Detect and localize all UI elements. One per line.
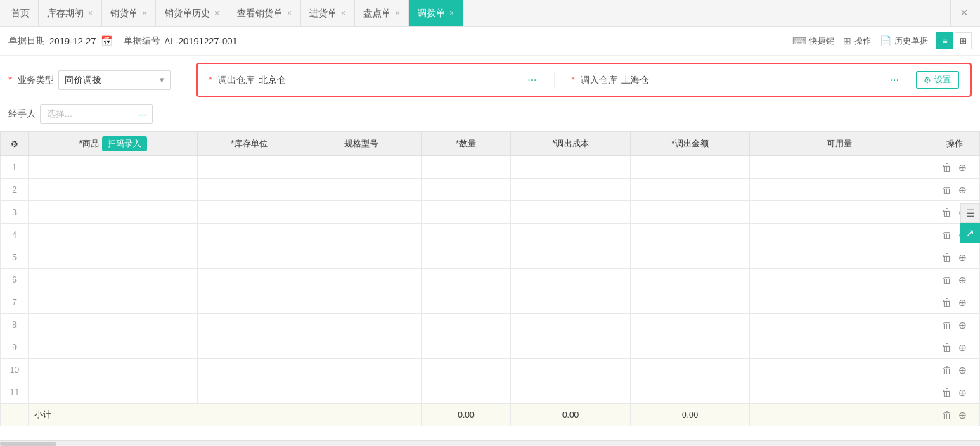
tab-home[interactable]: 首页 (3, 0, 39, 26)
tab-close-inventory-check[interactable]: × (395, 8, 400, 18)
row-avail[interactable] (750, 224, 929, 246)
row-product[interactable] (29, 269, 198, 291)
row-product[interactable] (29, 336, 198, 359)
subtotal-delete-icon[interactable]: 🗑 (942, 409, 952, 421)
row-spec[interactable] (302, 381, 421, 404)
scan-entry-button[interactable]: 扫码录入 (102, 136, 147, 151)
window-close-button[interactable]: × (950, 0, 977, 27)
row-copy-icon[interactable]: ⊕ (958, 297, 967, 308)
row-amount[interactable] (631, 359, 750, 381)
row-cost[interactable] (511, 156, 631, 179)
row-avail[interactable] (750, 179, 929, 201)
col-header-gear[interactable]: ⚙ (1, 132, 29, 156)
row-product[interactable] (29, 224, 198, 246)
operator-select[interactable]: 选择... ··· (40, 104, 153, 124)
warehouse-out-more-icon[interactable]: ··· (527, 74, 536, 87)
row-amount[interactable] (631, 201, 750, 224)
row-delete-icon[interactable]: 🗑 (942, 252, 952, 263)
row-cost[interactable] (511, 314, 631, 336)
row-copy-icon[interactable]: ⊕ (958, 319, 967, 331)
row-product[interactable] (29, 291, 198, 314)
list-view-button[interactable]: ≡ (936, 32, 953, 49)
row-unit[interactable] (198, 291, 302, 314)
row-avail[interactable] (750, 269, 929, 291)
row-cost[interactable] (511, 246, 631, 269)
row-avail[interactable] (750, 246, 929, 269)
row-copy-icon[interactable]: ⊕ (958, 364, 967, 376)
row-qty[interactable] (421, 246, 510, 269)
row-qty[interactable] (421, 179, 510, 201)
row-amount[interactable] (631, 269, 750, 291)
row-product[interactable] (29, 246, 198, 269)
row-delete-icon[interactable]: 🗑 (942, 364, 952, 376)
row-spec[interactable] (302, 336, 421, 359)
shortcut-button[interactable]: ⌨ 快捷键 (792, 35, 834, 47)
row-unit[interactable] (198, 179, 302, 201)
row-qty[interactable] (421, 291, 510, 314)
row-unit[interactable] (198, 359, 302, 381)
row-cost[interactable] (511, 291, 631, 314)
history-button[interactable]: 📄 历史单据 (879, 35, 928, 47)
row-delete-icon[interactable]: 🗑 (942, 184, 952, 196)
row-cost[interactable] (511, 179, 631, 201)
tab-close-inventory-init[interactable]: × (88, 8, 93, 18)
row-avail[interactable] (750, 359, 929, 381)
row-cost[interactable] (511, 224, 631, 246)
row-delete-icon[interactable]: 🗑 (942, 274, 952, 286)
row-unit[interactable] (198, 381, 302, 404)
row-spec[interactable] (302, 201, 421, 224)
row-amount[interactable] (631, 156, 750, 179)
row-unit[interactable] (198, 314, 302, 336)
tab-inventory-check[interactable]: 盘点单 × (355, 0, 409, 26)
row-delete-icon[interactable]: 🗑 (942, 387, 952, 398)
row-qty[interactable] (421, 201, 510, 224)
row-copy-icon[interactable]: ⊕ (958, 274, 967, 286)
row-avail[interactable] (750, 314, 929, 336)
row-unit[interactable] (198, 269, 302, 291)
side-list-icon[interactable]: ☰ (960, 203, 980, 223)
row-amount[interactable] (631, 179, 750, 201)
row-copy-icon[interactable]: ⊕ (958, 162, 967, 173)
setting-button[interactable]: ⚙ 设置 (916, 71, 959, 89)
row-delete-icon[interactable]: 🗑 (942, 229, 952, 241)
row-copy-icon[interactable]: ⊕ (958, 252, 967, 263)
row-qty[interactable] (421, 269, 510, 291)
row-amount[interactable] (631, 224, 750, 246)
row-product[interactable] (29, 314, 198, 336)
row-unit[interactable] (198, 224, 302, 246)
warehouse-in-more-icon[interactable]: ··· (890, 74, 899, 87)
row-spec[interactable] (302, 269, 421, 291)
row-delete-icon[interactable]: 🗑 (942, 162, 952, 173)
tab-transfer-order[interactable]: 调拨单 × (409, 0, 463, 26)
row-delete-icon[interactable]: 🗑 (942, 319, 952, 331)
row-cost[interactable] (511, 269, 631, 291)
row-avail[interactable] (750, 156, 929, 179)
row-copy-icon[interactable]: ⊕ (958, 184, 967, 196)
row-avail[interactable] (750, 336, 929, 359)
tab-inventory-init[interactable]: 库存期初 × (39, 0, 102, 26)
row-qty[interactable] (421, 314, 510, 336)
tab-close-sales-history[interactable]: × (214, 8, 219, 18)
row-qty[interactable] (421, 359, 510, 381)
row-copy-icon[interactable]: ⊕ (958, 342, 967, 353)
row-avail[interactable] (750, 201, 929, 224)
row-unit[interactable] (198, 246, 302, 269)
row-amount[interactable] (631, 291, 750, 314)
tab-close-purchase-order[interactable]: × (341, 8, 346, 18)
tab-close-sales-order[interactable]: × (142, 8, 147, 18)
row-amount[interactable] (631, 381, 750, 404)
tab-sales-order[interactable]: 销货单 × (102, 0, 156, 26)
warehouse-in-value[interactable]: 上海仓 (621, 74, 649, 87)
grid-view-button[interactable]: ⊞ (955, 32, 972, 49)
row-qty[interactable] (421, 336, 510, 359)
row-spec[interactable] (302, 291, 421, 314)
row-avail[interactable] (750, 291, 929, 314)
row-qty[interactable] (421, 156, 510, 179)
row-spec[interactable] (302, 314, 421, 336)
row-cost[interactable] (511, 359, 631, 381)
row-qty[interactable] (421, 381, 510, 404)
row-product[interactable] (29, 156, 198, 179)
row-spec[interactable] (302, 224, 421, 246)
row-qty[interactable] (421, 224, 510, 246)
row-spec[interactable] (302, 359, 421, 381)
